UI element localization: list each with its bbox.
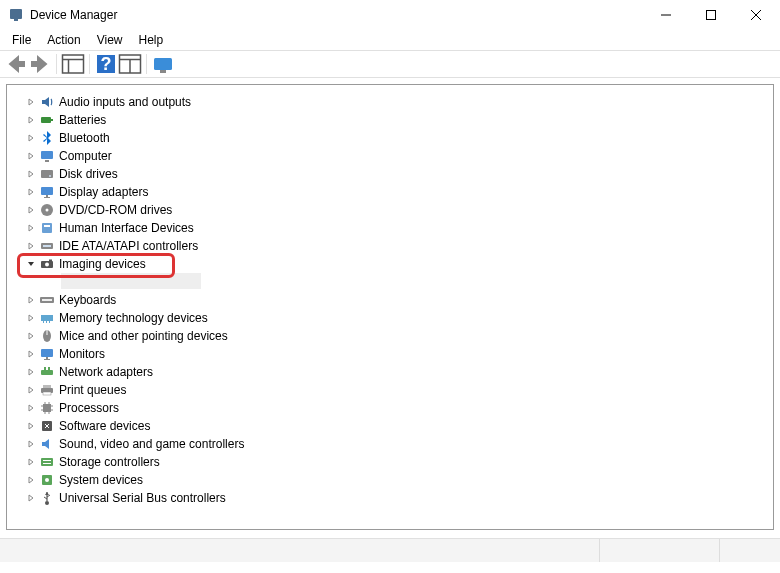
chevron-right-icon[interactable] <box>25 420 37 432</box>
tree-node[interactable]: Display adapters <box>15 183 769 201</box>
chevron-right-icon[interactable] <box>25 456 37 468</box>
battery-icon <box>38 112 56 128</box>
chevron-right-icon[interactable] <box>25 474 37 486</box>
network-icon <box>38 364 56 380</box>
tree-node[interactable]: Monitors <box>15 345 769 363</box>
device-tree[interactable]: Audio inputs and outputsBatteriesBluetoo… <box>6 84 774 530</box>
chevron-right-icon[interactable] <box>25 114 37 126</box>
tree-node-label: DVD/CD-ROM drives <box>59 203 172 217</box>
cpu-icon <box>38 400 56 416</box>
window-title: Device Manager <box>30 8 643 22</box>
chevron-right-icon[interactable] <box>25 204 37 216</box>
close-button[interactable] <box>733 1 778 30</box>
chevron-right-icon[interactable] <box>25 96 37 108</box>
tree-node[interactable]: Computer <box>15 147 769 165</box>
ide-icon <box>38 238 56 254</box>
tree-node[interactable]: Software devices <box>15 417 769 435</box>
tree-node-label: System devices <box>59 473 143 487</box>
svg-rect-0 <box>10 9 22 19</box>
tree-node-label: Imaging devices <box>59 257 146 271</box>
tree-node[interactable]: Imaging devices <box>15 255 769 273</box>
menu-help[interactable]: Help <box>131 31 172 49</box>
memory-icon <box>38 310 56 326</box>
display-icon <box>38 184 56 200</box>
tree-node-label: Universal Serial Bus controllers <box>59 491 226 505</box>
tree-node[interactable]: Storage controllers <box>15 453 769 471</box>
window-controls <box>643 1 778 30</box>
menubar: File Action View Help <box>0 30 780 50</box>
toolbar-separator <box>56 54 57 74</box>
tree-node[interactable]: IDE ATA/ATAPI controllers <box>15 237 769 255</box>
keyboard-icon <box>38 292 56 308</box>
dvd-icon <box>38 202 56 218</box>
tree-child-placeholder <box>15 273 769 291</box>
content-area: Audio inputs and outputsBatteriesBluetoo… <box>0 78 780 538</box>
sound-icon <box>38 436 56 452</box>
chevron-right-icon[interactable] <box>25 150 37 162</box>
show-hide-console-tree-button[interactable] <box>61 53 85 75</box>
usb-icon <box>38 490 56 506</box>
tree-node-label: Software devices <box>59 419 150 433</box>
tree-node-label: IDE ATA/ATAPI controllers <box>59 239 198 253</box>
mouse-icon <box>38 328 56 344</box>
computer-icon <box>38 148 56 164</box>
chevron-right-icon[interactable] <box>25 294 37 306</box>
statusbar <box>0 538 780 562</box>
back-button[interactable] <box>4 53 28 75</box>
chevron-right-icon[interactable] <box>25 330 37 342</box>
tree-node[interactable]: Bluetooth <box>15 129 769 147</box>
chevron-right-icon[interactable] <box>25 240 37 252</box>
software-icon <box>38 418 56 434</box>
tree-node[interactable]: System devices <box>15 471 769 489</box>
tree-node[interactable]: Sound, video and game controllers <box>15 435 769 453</box>
tree-node-label: Keyboards <box>59 293 116 307</box>
imaging-icon <box>38 256 56 272</box>
svg-rect-3 <box>706 11 715 20</box>
tree-node-label: Computer <box>59 149 112 163</box>
tree-node[interactable]: Disk drives <box>15 165 769 183</box>
tree-node[interactable]: Audio inputs and outputs <box>15 93 769 111</box>
chevron-right-icon[interactable] <box>25 384 37 396</box>
svg-rect-14 <box>154 58 172 70</box>
properties-button[interactable] <box>118 53 142 75</box>
forward-button[interactable] <box>28 53 52 75</box>
menu-file[interactable]: File <box>4 31 39 49</box>
tree-node-label: Display adapters <box>59 185 148 199</box>
tree-node[interactable]: Network adapters <box>15 363 769 381</box>
tree-node[interactable]: Memory technology devices <box>15 309 769 327</box>
chevron-right-icon[interactable] <box>25 402 37 414</box>
tree-node[interactable]: Universal Serial Bus controllers <box>15 489 769 507</box>
bluetooth-icon <box>38 130 56 146</box>
chevron-right-icon[interactable] <box>25 492 37 504</box>
maximize-button[interactable] <box>688 1 733 30</box>
chevron-right-icon[interactable] <box>25 366 37 378</box>
tree-node[interactable]: Human Interface Devices <box>15 219 769 237</box>
minimize-button[interactable] <box>643 1 688 30</box>
chevron-right-icon[interactable] <box>25 438 37 450</box>
chevron-right-icon[interactable] <box>25 132 37 144</box>
toolbar: ? <box>0 50 780 78</box>
chevron-right-icon[interactable] <box>25 168 37 180</box>
chevron-down-icon[interactable] <box>25 258 37 270</box>
tree-node[interactable]: Batteries <box>15 111 769 129</box>
chevron-right-icon[interactable] <box>25 186 37 198</box>
tree-node[interactable]: DVD/CD-ROM drives <box>15 201 769 219</box>
tree-node-label: Human Interface Devices <box>59 221 194 235</box>
help-button[interactable]: ? <box>94 53 118 75</box>
chevron-right-icon[interactable] <box>25 348 37 360</box>
chevron-right-icon[interactable] <box>25 222 37 234</box>
print-icon <box>38 382 56 398</box>
hid-icon <box>38 220 56 236</box>
menu-action[interactable]: Action <box>39 31 88 49</box>
tree-node-label: Sound, video and game controllers <box>59 437 244 451</box>
tree-node[interactable]: Processors <box>15 399 769 417</box>
monitor-icon <box>38 346 56 362</box>
chevron-right-icon[interactable] <box>25 312 37 324</box>
menu-view[interactable]: View <box>89 31 131 49</box>
svg-rect-15 <box>160 70 166 73</box>
svg-text:?: ? <box>101 54 112 74</box>
tree-node[interactable]: Mice and other pointing devices <box>15 327 769 345</box>
tree-node[interactable]: Keyboards <box>15 291 769 309</box>
tree-node[interactable]: Print queues <box>15 381 769 399</box>
scan-hardware-button[interactable] <box>151 53 175 75</box>
